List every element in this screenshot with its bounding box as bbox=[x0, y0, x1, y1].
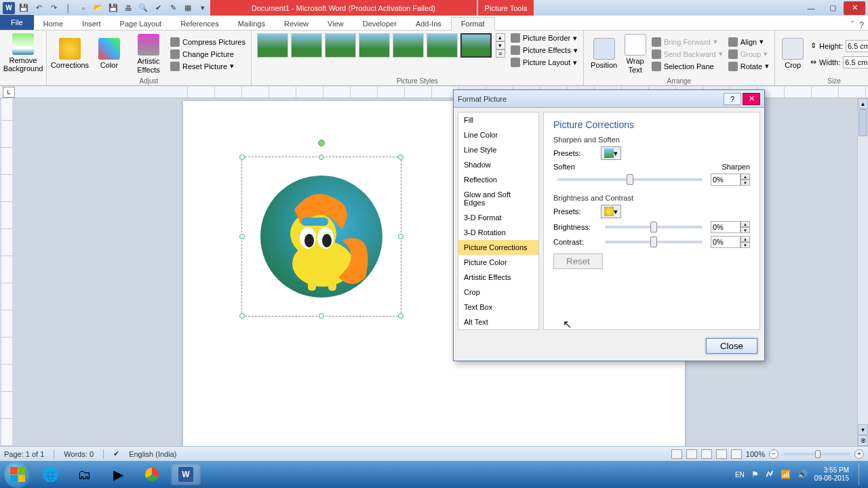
artistic-effects-button[interactable]: Artistic Effects bbox=[130, 33, 167, 75]
scroll-up-icon[interactable]: ▲ bbox=[858, 98, 868, 109]
gallery-up-icon[interactable]: ▴ bbox=[496, 33, 505, 41]
dialog-close-button[interactable]: Close bbox=[706, 338, 757, 354]
reset-button[interactable]: Reset bbox=[553, 253, 603, 269]
sidebar-item-reflection[interactable]: Reflection bbox=[458, 172, 538, 187]
sharpen-slider-thumb[interactable] bbox=[627, 174, 633, 185]
style-thumb-2[interactable] bbox=[291, 33, 322, 58]
sidebar-item-glow[interactable]: Glow and Soft Edges bbox=[458, 187, 538, 210]
tab-home[interactable]: Home bbox=[34, 18, 73, 30]
dialog-title-bar[interactable]: Format Picture ? ✕ bbox=[454, 90, 764, 108]
scroll-down-icon[interactable]: ▼ bbox=[858, 424, 868, 435]
contrast-spin-down[interactable]: ▼ bbox=[741, 242, 750, 248]
show-desktop-button[interactable] bbox=[859, 464, 864, 485]
style-thumb-3[interactable] bbox=[325, 33, 356, 58]
sidebar-item-crop[interactable]: Crop bbox=[458, 285, 538, 300]
picture-styles-gallery[interactable]: ▴ ▾ ≡ bbox=[256, 32, 505, 59]
sidebar-item-text-box[interactable]: Text Box bbox=[458, 300, 538, 314]
ribbon-minimize-icon[interactable]: ˇ bbox=[851, 20, 854, 30]
picture-border-button[interactable]: Picture Border▾ bbox=[509, 32, 579, 44]
tab-review[interactable]: Review bbox=[275, 18, 318, 30]
group-button[interactable]: Group▾ bbox=[727, 48, 770, 60]
qat-spell-icon[interactable]: ✔ bbox=[152, 2, 164, 14]
selected-picture[interactable] bbox=[241, 157, 401, 317]
resize-handle-s[interactable] bbox=[319, 313, 324, 319]
zoom-slider[interactable] bbox=[783, 453, 850, 455]
dialog-close-x-button[interactable]: ✕ bbox=[743, 93, 760, 105]
remove-background-button[interactable]: Remove Background bbox=[4, 32, 42, 74]
tab-references[interactable]: References bbox=[171, 18, 228, 30]
vertical-scrollbar[interactable]: ▲ ▼ ⦿ bbox=[857, 98, 868, 446]
wrap-text-button[interactable]: Wrap Text bbox=[620, 33, 650, 75]
style-thumb-4[interactable] bbox=[359, 33, 390, 58]
sidebar-item-shadow[interactable]: Shadow bbox=[458, 157, 538, 172]
tray-lang-indicator[interactable]: EN bbox=[735, 471, 745, 479]
maximize-button[interactable]: ▢ bbox=[822, 1, 844, 15]
qat-saveas-icon[interactable]: 💾 bbox=[107, 2, 119, 14]
sidebar-item-picture-corrections[interactable]: Picture Corrections bbox=[458, 240, 538, 255]
send-backward-button[interactable]: Send Backward▾ bbox=[650, 48, 724, 60]
tab-view[interactable]: View bbox=[318, 18, 353, 30]
qat-open-icon[interactable]: 📂 bbox=[92, 2, 104, 14]
tab-developer[interactable]: Developer bbox=[353, 18, 406, 30]
width-field[interactable]: ⇔Width:▲▼ bbox=[809, 56, 868, 68]
view-full-screen-icon[interactable] bbox=[686, 449, 697, 459]
page-indicator[interactable]: Page: 1 of 1 bbox=[4, 450, 44, 458]
tab-format[interactable]: Format bbox=[451, 17, 495, 30]
qat-dropdown-icon[interactable]: ▾ bbox=[197, 2, 209, 14]
contrast-slider[interactable] bbox=[605, 241, 703, 243]
tray-network-icon[interactable]: 📶 bbox=[781, 470, 791, 479]
scroll-thumb[interactable] bbox=[859, 109, 867, 136]
view-draft-icon[interactable] bbox=[731, 449, 742, 459]
tab-insert[interactable]: Insert bbox=[73, 18, 111, 30]
brightness-slider-thumb[interactable] bbox=[650, 222, 657, 232]
corrections-button[interactable]: Corrections bbox=[51, 37, 89, 70]
compress-pictures-button[interactable]: Compress Pictures bbox=[169, 36, 247, 48]
picture-layout-button[interactable]: Picture Layout▾ bbox=[509, 56, 579, 68]
style-thumb-7[interactable] bbox=[460, 33, 492, 58]
tab-mailings[interactable]: Mailings bbox=[229, 18, 275, 30]
start-button[interactable] bbox=[4, 461, 31, 488]
rotate-button[interactable]: Rotate▾ bbox=[727, 60, 770, 73]
contrast-slider-thumb[interactable] bbox=[650, 237, 657, 247]
qat-new-icon[interactable]: ▫ bbox=[77, 2, 90, 14]
bring-forward-button[interactable]: Bring Forward▾ bbox=[650, 36, 724, 48]
vertical-ruler[interactable] bbox=[1, 98, 12, 446]
contrast-spin-up[interactable]: ▲ bbox=[741, 236, 750, 242]
style-thumb-1[interactable] bbox=[257, 33, 288, 58]
zoom-in-button[interactable]: + bbox=[854, 449, 864, 459]
sidebar-item-fill[interactable]: Fill bbox=[458, 113, 538, 127]
sharpen-spin-up[interactable]: ▲ bbox=[741, 174, 750, 180]
sharpen-slider[interactable] bbox=[557, 178, 703, 181]
height-input[interactable] bbox=[846, 40, 868, 52]
brightness-spin-down[interactable]: ▼ bbox=[741, 227, 750, 233]
brightness-value-input[interactable] bbox=[711, 221, 741, 233]
taskbar-ie-icon[interactable]: 🌐 bbox=[35, 464, 65, 485]
tray-flag-icon[interactable]: ⚑ bbox=[751, 470, 759, 479]
qat-preview-icon[interactable]: 🔍 bbox=[137, 2, 149, 14]
align-button[interactable]: Align▾ bbox=[727, 36, 770, 48]
sidebar-item-alt-text[interactable]: Alt Text bbox=[458, 314, 538, 329]
crop-button[interactable]: Crop bbox=[779, 37, 806, 70]
brightness-spin-up[interactable]: ▲ bbox=[741, 221, 750, 227]
zoom-out-button[interactable]: − bbox=[769, 449, 778, 459]
rotate-handle[interactable] bbox=[318, 140, 325, 146]
style-thumb-5[interactable] bbox=[393, 33, 424, 58]
zoom-slider-thumb[interactable] bbox=[815, 450, 821, 458]
brightness-slider[interactable] bbox=[605, 226, 703, 228]
language-indicator[interactable]: English (India) bbox=[129, 450, 176, 458]
qat-save-icon[interactable]: 💾 bbox=[18, 2, 30, 14]
bc-presets-dropdown[interactable]: ▾ bbox=[601, 205, 621, 218]
reset-picture-button[interactable]: Reset Picture▾ bbox=[169, 60, 247, 73]
sharpen-value-input[interactable] bbox=[711, 174, 741, 186]
zoom-level[interactable]: 100% bbox=[746, 450, 765, 458]
resize-handle-e[interactable] bbox=[398, 234, 403, 239]
change-picture-button[interactable]: Change Picture bbox=[169, 48, 247, 60]
contrast-value-input[interactable] bbox=[711, 236, 741, 248]
gallery-down-icon[interactable]: ▾ bbox=[496, 41, 505, 49]
sidebar-item-line-style[interactable]: Line Style bbox=[458, 142, 538, 157]
resize-handle-n[interactable] bbox=[319, 155, 324, 160]
sidebar-item-line-color[interactable]: Line Color bbox=[458, 127, 538, 142]
resize-handle-ne[interactable] bbox=[398, 155, 403, 160]
taskbar-chrome-icon[interactable] bbox=[137, 464, 167, 485]
view-outline-icon[interactable] bbox=[716, 449, 727, 459]
